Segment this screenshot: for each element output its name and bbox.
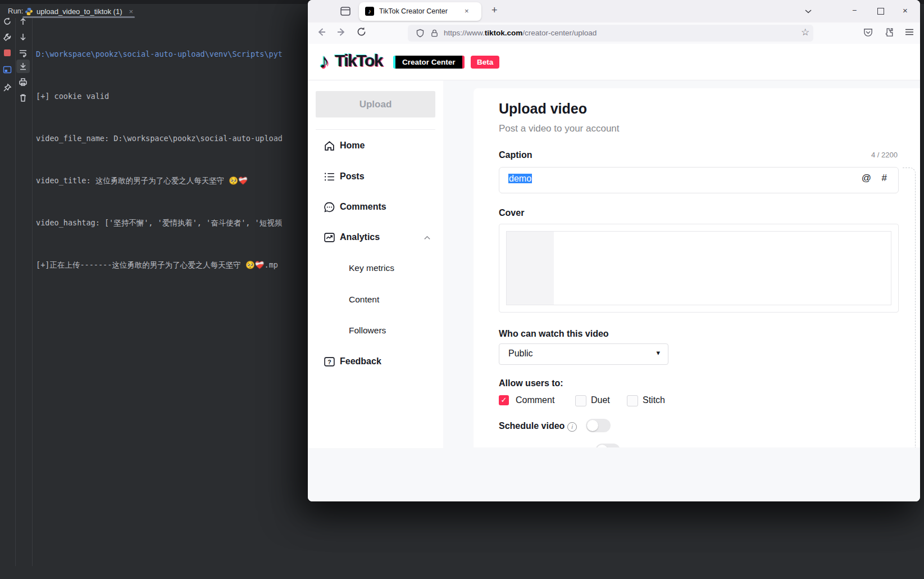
stop-icon[interactable]: [4, 49, 11, 56]
checkbox-stitch[interactable]: [627, 395, 638, 406]
caption-value: demo: [508, 174, 532, 184]
cover-frame-strip[interactable]: [506, 231, 891, 305]
window-maximize-button[interactable]: [877, 8, 884, 15]
run-panel-label: Run:: [8, 7, 23, 15]
checkbox-label-stitch[interactable]: Stitch: [643, 395, 665, 405]
beta-badge: Beta: [471, 56, 499, 69]
hashtag-icon[interactable]: #: [882, 173, 887, 184]
menu-hamburger-icon[interactable]: [904, 27, 916, 38]
run-tab-title: upload_video_to_tiktok (1): [37, 7, 122, 16]
sidebar-item-home[interactable]: Home: [308, 138, 443, 154]
sidebar-item-followers[interactable]: Followers: [308, 323, 443, 339]
caption-char-counter: 4 / 2200: [871, 151, 898, 159]
browser-tab-tiktok-creator-center[interactable]: ♪ TikTok Creator Center ×: [359, 2, 481, 21]
sidebar-subitem-label: Followers: [349, 325, 386, 336]
caption-input[interactable]: demo @ #: [499, 167, 899, 193]
trash-icon[interactable]: [19, 93, 28, 102]
upload-form-card: Upload video Post a video to your accoun…: [474, 88, 920, 447]
sidebar-item-label: Home: [340, 141, 365, 151]
sidebar-item-label: Posts: [340, 171, 365, 182]
window-minimize-button[interactable]: −: [852, 6, 857, 15]
select-caret-icon: ▾: [656, 349, 660, 357]
arrow-up-icon[interactable]: [19, 17, 28, 26]
checkbox-label-comment[interactable]: Comment: [516, 395, 554, 405]
sidebar-item-feedback[interactable]: ? Feedback: [308, 354, 443, 370]
list-all-tabs-chevron-icon[interactable]: [804, 7, 812, 15]
url-text[interactable]: https://www.tiktok.com/creator-center/up…: [444, 29, 597, 37]
checkbox-duet[interactable]: [575, 395, 586, 406]
sidebar-item-label: Feedback: [340, 356, 381, 367]
toggle-knob: [587, 420, 598, 431]
arrow-down-icon[interactable]: [19, 33, 28, 42]
tiktok-favicon-icon: ♪: [365, 7, 374, 16]
checkbox-label-duet[interactable]: Duet: [591, 395, 610, 405]
creator-center-badge: Creator Center: [393, 56, 465, 69]
cover-frame-placeholder: [507, 232, 554, 305]
lock-icon[interactable]: [430, 29, 439, 38]
privacy-select-value: Public: [508, 349, 533, 359]
svg-text:?: ?: [327, 359, 331, 365]
info-icon[interactable]: i: [567, 422, 577, 432]
restore-layout-icon[interactable]: [3, 65, 12, 74]
schedule-toggle-off[interactable]: [586, 419, 611, 432]
sidebar-upload-button[interactable]: Upload: [316, 91, 435, 117]
sidebar-item-label: Analytics: [340, 232, 380, 242]
cover-label: Cover: [499, 208, 524, 218]
active-tab-underline: [22, 16, 135, 18]
firefox-view-icon[interactable]: [339, 5, 352, 17]
pin-icon[interactable]: [3, 83, 12, 92]
tiktok-header: ♪ TikTok Creator Center Beta: [308, 44, 920, 80]
chevron-up-icon[interactable]: [424, 234, 431, 242]
sidebar-item-content[interactable]: Content: [308, 292, 443, 308]
schedule-video-label: Schedule video: [499, 421, 565, 431]
page-title: Upload video: [499, 101, 587, 117]
cover-selector[interactable]: [499, 224, 899, 313]
bookmark-star-icon[interactable]: ☆: [801, 28, 809, 37]
privacy-select[interactable]: Public ▾: [499, 343, 668, 365]
checkbox-comment-checked[interactable]: ✓: [499, 395, 509, 405]
soft-wrap-icon[interactable]: [19, 48, 28, 57]
window-close-button[interactable]: ×: [903, 6, 908, 15]
browser-window: ♪ TikTok Creator Center × + − ×: [308, 0, 920, 501]
sidebar-divider: [316, 129, 435, 130]
tracking-shield-icon[interactable]: [416, 29, 425, 38]
analytics-chart-icon: [324, 232, 335, 243]
reload-icon[interactable]: [356, 26, 370, 40]
sidebar-item-label: Comments: [340, 202, 386, 212]
run-tab-close-icon[interactable]: ×: [129, 7, 134, 16]
forward-icon[interactable]: [336, 26, 349, 40]
print-icon[interactable]: [19, 78, 28, 87]
pocket-icon[interactable]: [863, 27, 874, 38]
mention-at-icon[interactable]: @: [862, 173, 871, 184]
new-tab-button[interactable]: +: [491, 4, 498, 16]
dropzone-dashed-border: [903, 168, 916, 447]
sidebar-item-key-metrics[interactable]: Key metrics: [308, 261, 443, 277]
sidebar-subitem-label: Key metrics: [349, 263, 394, 273]
allow-users-label: Allow users to:: [499, 378, 563, 388]
python-icon: [25, 7, 33, 16]
back-icon[interactable]: [316, 26, 329, 40]
clipped-toggle[interactable]: [595, 444, 620, 447]
tiktok-sidebar: Upload Home Posts: [308, 80, 443, 448]
toolbar-divider: [32, 18, 33, 566]
scroll-to-end-icon[interactable]: [19, 62, 28, 71]
url-path: /creator-center/upload: [522, 29, 597, 37]
caption-label: Caption: [499, 150, 532, 160]
sidebar-item-posts[interactable]: Posts: [308, 169, 443, 185]
home-icon: [324, 140, 335, 152]
tab-close-icon[interactable]: ×: [465, 7, 469, 15]
sidebar-item-analytics[interactable]: Analytics: [308, 230, 443, 246]
url-domain: tiktok.com: [485, 29, 523, 37]
toggle-knob: [597, 445, 608, 447]
rerun-icon[interactable]: [3, 17, 12, 26]
selected-text: demo: [508, 174, 532, 183]
extensions-puzzle-icon[interactable]: [884, 27, 895, 38]
sidebar-item-comments[interactable]: Comments: [308, 200, 443, 215]
wrench-settings-icon[interactable]: [3, 33, 12, 42]
url-bar[interactable]: https://www.tiktok.com/creator-center/up…: [408, 25, 813, 42]
tiktok-note-logo-icon: ♪: [319, 49, 329, 73]
posts-list-icon: [324, 171, 335, 183]
comments-bubble-icon: [324, 201, 335, 213]
tiktok-wordmark[interactable]: TikTok: [335, 51, 383, 70]
who-can-watch-label: Who can watch this video: [499, 329, 609, 339]
